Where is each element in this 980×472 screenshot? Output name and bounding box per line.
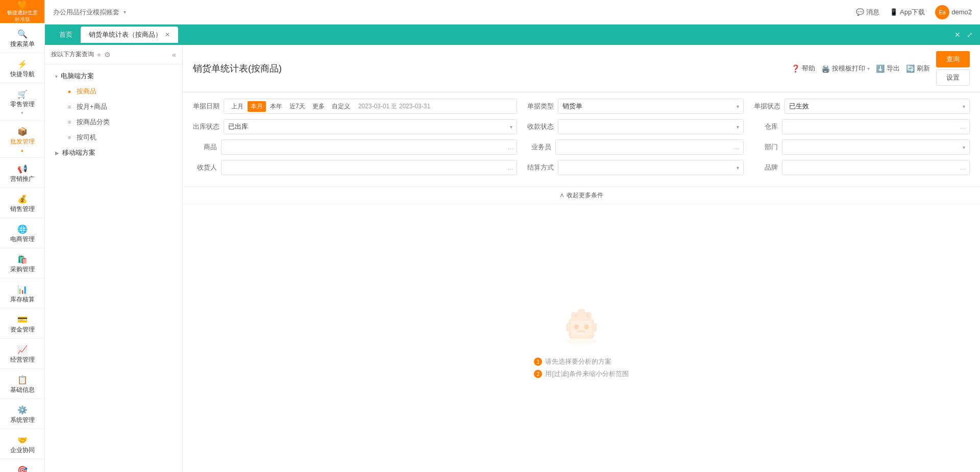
sidebar-item-sales[interactable]: 💰 销售管理: [0, 188, 44, 218]
tab-home[interactable]: 首页: [51, 27, 81, 43]
expand-tab-button[interactable]: ⤢: [966, 30, 974, 40]
pc-expand-icon: ▾: [55, 74, 58, 79]
out-status-arrow-icon: ▾: [510, 124, 512, 130]
query-button[interactable]: 查询: [936, 51, 970, 67]
by-goods-label: 按商品: [77, 87, 96, 96]
print-button[interactable]: 🖨️ 按模板打印 ▾: [821, 64, 870, 73]
inventory-icon: 📊: [2, 285, 42, 294]
tab-sales-stat[interactable]: 销货单统计表（按商品） ✕: [81, 27, 178, 43]
tree-parent-pc[interactable]: ▾ 电脑端方案: [45, 68, 182, 84]
tree-parent-mobile[interactable]: ▶ 移动端方案: [45, 145, 182, 160]
app-logo[interactable]: 🧡 畅捷通好生意 标准版: [0, 0, 44, 23]
this-year-btn[interactable]: 本年: [267, 101, 285, 112]
sidebar-item-wholesale[interactable]: 📦 批发管理 ▴: [0, 121, 44, 158]
tree-child-by-cashier[interactable]: ≡ 按司机: [45, 130, 182, 145]
breadcrumb[interactable]: 办公用品行业模拟账套: [53, 8, 119, 17]
receipt-status-control[interactable]: ▾: [558, 119, 743, 134]
tab-close-icon[interactable]: ✕: [165, 31, 170, 38]
filter-row-3: 商品 … 业务员 …: [193, 139, 970, 155]
dept-control[interactable]: ▾: [782, 139, 970, 155]
svg-point-3: [574, 324, 579, 329]
wholesale-icon: 📦: [2, 127, 42, 136]
sidebar-item-system[interactable]: ⚙️ 系统管理: [0, 399, 44, 429]
sidebar: 🧡 畅捷通好生意 标准版 🔍 搜索菜单 ⚡ 快捷导航 🛒 零售管理 ▾ 📦 批发…: [0, 0, 45, 472]
filter-item-doc-type: 单据类型 销货单 ▾: [527, 99, 743, 114]
by-month-goods-icon: ≡: [65, 103, 74, 111]
empty-tip-2: 2 用[过滤]条件来缩小分析范围: [534, 369, 628, 379]
refresh-button[interactable]: 🔄 刷新: [906, 64, 930, 73]
add-scheme-icon[interactable]: +: [97, 51, 101, 59]
brand-control[interactable]: …: [782, 160, 970, 175]
more-btn[interactable]: 更多: [309, 101, 328, 112]
sidebar-item-marketing[interactable]: 📢 营销推广: [0, 158, 44, 188]
sidebar-item-basic[interactable]: 📋 基础信息: [0, 369, 44, 399]
last-month-btn[interactable]: 上月: [228, 101, 247, 112]
sidebar-item-ecommerce[interactable]: 🌐 电商管理: [0, 218, 44, 248]
this-month-btn[interactable]: 本月: [248, 101, 266, 112]
dept-label: 部门: [754, 143, 782, 152]
by-month-goods-label: 按月+商品: [77, 102, 107, 111]
collapse-bar[interactable]: ∧ 收起更多条件: [183, 186, 980, 204]
salesperson-label: 业务员: [527, 143, 555, 152]
breadcrumb-dropdown-icon[interactable]: ▾: [124, 9, 126, 15]
tree-child-by-goods-category[interactable]: ≡ 按商品分类: [45, 114, 182, 130]
filter-item-brand: 品牌 …: [754, 160, 970, 175]
tree-child-by-month-goods[interactable]: ≡ 按月+商品: [45, 99, 182, 114]
tabbar-actions: ✕ ⤢: [953, 30, 974, 40]
tree-child-by-goods[interactable]: ● 按商品: [45, 84, 182, 99]
sidebar-item-label: 营销推广: [2, 175, 42, 183]
warehouse-control[interactable]: …: [782, 119, 970, 134]
sidebar-item-finance[interactable]: 💳 资金管理: [0, 309, 44, 339]
doc-status-arrow-icon: ▾: [963, 104, 965, 109]
help-label: 帮助: [802, 64, 815, 73]
logo-icon: 🧡: [17, 0, 28, 10]
date-control[interactable]: 上月 本月 本年 近7天 更多 自定义 2023-03-01 至 2023-03…: [224, 99, 517, 114]
sidebar-item-retail[interactable]: 🛒 零售管理 ▾: [0, 83, 44, 121]
settings-scheme-icon[interactable]: ⚙: [104, 51, 111, 59]
custom-btn[interactable]: 自定义: [329, 101, 353, 112]
goods-control[interactable]: …: [221, 139, 517, 155]
app-download-button[interactable]: 📱 App下载: [890, 8, 925, 17]
app-name: 畅捷通好生意: [7, 10, 38, 16]
avatar-initials: Ea: [939, 9, 946, 15]
topbar: 办公用品行业模拟账套 ▾ 💬 消息 📱 App下载 Ea demo2: [45, 0, 980, 25]
filter-item-doc-status: 单据状态 已生效 ▾: [754, 99, 970, 114]
sidebar-item-label: 系统管理: [2, 416, 42, 424]
close-tab-button[interactable]: ✕: [953, 30, 962, 40]
sidebar-item-label: 企业协同: [2, 446, 42, 455]
collapse-panel-icon[interactable]: «: [172, 51, 176, 59]
filter-item-out-status: 出库状态 已出库 ▾: [193, 119, 517, 134]
salesperson-control[interactable]: …: [555, 139, 743, 155]
settings-button[interactable]: 设置: [936, 69, 970, 86]
sidebar-item-quicknav[interactable]: ⚡ 快捷导航: [0, 53, 44, 83]
by-goods-category-icon: ≡: [65, 118, 74, 126]
sidebar-item-operations[interactable]: 📈 经营管理: [0, 339, 44, 369]
recipient-label: 收货人: [193, 163, 221, 172]
export-button[interactable]: ⬇️ 导出: [876, 64, 900, 73]
settlement-control[interactable]: ▾: [558, 160, 743, 175]
tip-num-2: 2: [534, 370, 542, 378]
avatar[interactable]: Ea: [935, 5, 949, 19]
doc-status-control[interactable]: 已生效 ▾: [785, 99, 970, 114]
message-button[interactable]: 💬 消息: [856, 8, 879, 17]
settlement-arrow-icon: ▾: [737, 165, 739, 171]
tab-sales-stat-label: 销货单统计表（按商品）: [89, 30, 162, 39]
sidebar-item-inventory[interactable]: 📊 库存核算: [0, 278, 44, 309]
sidebar-item-newbie[interactable]: 🎯 新手引导: [0, 459, 44, 472]
out-status-control[interactable]: 已出库 ▾: [224, 119, 517, 134]
recipient-control[interactable]: …: [221, 160, 517, 175]
sidebar-item-label: 经营管理: [2, 356, 42, 364]
sidebar-item-search[interactable]: 🔍 搜索菜单: [0, 23, 44, 53]
user-menu[interactable]: Ea demo2: [935, 5, 972, 19]
message-icon: 💬: [856, 8, 864, 16]
sidebar-item-purchase[interactable]: 🛍️ 采购管理: [0, 248, 44, 278]
sidebar-item-label: 基础信息: [2, 386, 42, 394]
doc-type-control[interactable]: 销货单 ▾: [558, 99, 743, 114]
last-7-btn[interactable]: 近7天: [286, 101, 308, 112]
tip-num-1: 1: [534, 358, 542, 366]
sidebar-item-collab[interactable]: 🤝 企业协同: [0, 429, 44, 459]
help-button[interactable]: ❓ 帮助: [791, 64, 815, 73]
filter-item-receipt-status: 收款状态 ▾: [527, 119, 743, 134]
svg-rect-8: [566, 323, 570, 332]
sales-icon: 💰: [2, 194, 42, 204]
